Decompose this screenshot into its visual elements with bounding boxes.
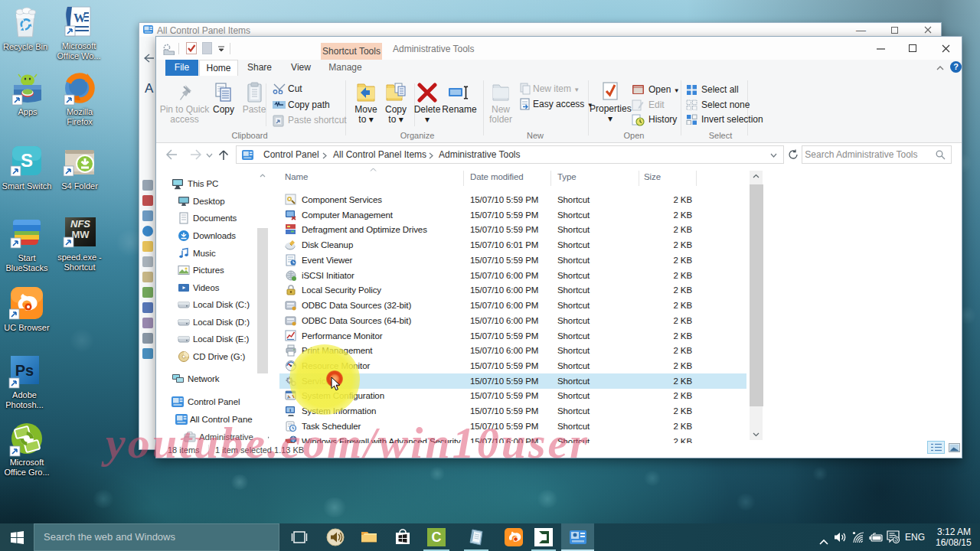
svg-text:S: S [21, 150, 33, 171]
svg-text:MW: MW [71, 229, 90, 240]
svg-text:Ps: Ps [15, 362, 34, 379]
svg-text:i: i [289, 407, 291, 412]
svg-text:W: W [74, 11, 86, 24]
svg-text:NFS: NFS [70, 218, 90, 230]
